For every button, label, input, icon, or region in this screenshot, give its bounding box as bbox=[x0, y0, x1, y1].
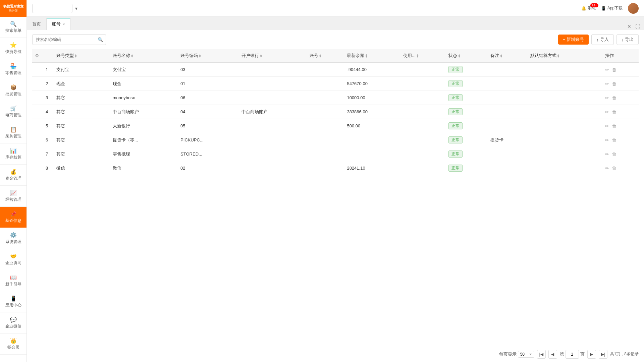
sidebar-item-app-center[interactable]: 📱应用中心 bbox=[0, 291, 26, 312]
edit-button[interactable]: ✏ bbox=[605, 137, 609, 143]
col-usage[interactable]: 使用...▲▼ bbox=[400, 49, 446, 62]
tab-accounts[interactable]: 账号 × bbox=[47, 18, 70, 30]
cell-remark bbox=[488, 147, 527, 161]
page-size-select[interactable]: 50 10 20 100 bbox=[518, 351, 534, 358]
sidebar-item-capital-mgmt[interactable]: 💰资金管理 bbox=[0, 165, 26, 186]
sidebar-item-purchase-mgmt[interactable]: 📋采购管理 bbox=[0, 122, 26, 143]
add-account-label: + 新增账号 bbox=[563, 37, 584, 43]
sidebar-item-retail-mgmt[interactable]: 🏪零售管理 bbox=[0, 59, 26, 80]
edit-button[interactable]: ✏ bbox=[605, 81, 609, 86]
dropdown-button[interactable]: ▾ bbox=[75, 6, 77, 11]
cell-index: 8 bbox=[43, 161, 54, 175]
sidebar-item-search-menu[interactable]: 🔍搜索菜单 bbox=[0, 17, 26, 38]
cell-account-code: STORED... bbox=[178, 147, 239, 161]
col-account-code[interactable]: 账号编码▲▼ bbox=[178, 49, 239, 62]
col-default-settlement[interactable]: 默认结算方式▲▼ bbox=[528, 49, 603, 62]
quick-nav-icon: ⭐ bbox=[1, 42, 25, 48]
sidebar-item-label: 搜索菜单 bbox=[1, 28, 25, 34]
cell-account-no bbox=[307, 77, 344, 91]
messages-button[interactable]: 🔔 消息 99+ bbox=[581, 5, 596, 11]
delete-button[interactable]: 🗑 bbox=[612, 109, 616, 115]
sidebar-item-enterprise-wechat[interactable]: 💬企业微信 bbox=[0, 312, 26, 334]
cell-status: 正常 bbox=[446, 77, 488, 91]
first-page-button[interactable]: |◀ bbox=[537, 350, 546, 359]
tab-bar: 首页 账号 × ✕ ⛶ bbox=[27, 17, 644, 30]
col-operations: 操作 bbox=[602, 49, 639, 62]
col-account-type[interactable]: 账号类型▲▼ bbox=[54, 49, 110, 62]
page-input[interactable] bbox=[566, 350, 579, 359]
cell-index: 5 bbox=[43, 119, 54, 133]
export-button[interactable]: ↓ 导出 bbox=[616, 34, 639, 45]
next-page-button[interactable]: ▶ bbox=[587, 350, 596, 359]
col-status[interactable]: 状态▲▼ bbox=[446, 49, 488, 62]
sidebar-item-beginner-guide[interactable]: 📖新手引导 bbox=[0, 270, 26, 291]
cell-usage bbox=[400, 62, 446, 77]
sidebar-item-label: 零售管理 bbox=[1, 70, 25, 76]
edit-button[interactable]: ✏ bbox=[605, 109, 609, 115]
export-icon: ↓ bbox=[622, 37, 624, 42]
cell-default-settlement bbox=[528, 133, 603, 147]
col-bank[interactable]: 开户银行▲▼ bbox=[239, 49, 307, 62]
sidebar-item-wholesale-mgmt[interactable]: 📦批发管理 bbox=[0, 80, 26, 101]
content-area: 🔍 + 新增账号 ↑ 导入 ↓ 导出 bbox=[27, 30, 644, 362]
app-center-icon: 📱 bbox=[1, 295, 25, 302]
maximize-tab-button[interactable]: ⛶ bbox=[634, 23, 641, 30]
col-account-no[interactable]: 账号▲▼ bbox=[307, 49, 344, 62]
edit-button[interactable]: ✏ bbox=[605, 152, 609, 157]
close-tab-button[interactable]: ✕ bbox=[626, 23, 633, 30]
sidebar-item-enterprise-agreement[interactable]: 🤝企业协同 bbox=[0, 249, 26, 270]
tab-accounts-close[interactable]: × bbox=[63, 22, 65, 26]
cell-latest-balance bbox=[344, 133, 400, 147]
pagination: 每页显示 50 10 20 100 |◀ ◀ 第 页 ▶ ▶| 共1页，8条记录 bbox=[27, 346, 644, 362]
cell-status: 正常 bbox=[446, 62, 488, 77]
cell-latest-balance: 547670.00 bbox=[344, 77, 400, 91]
delete-button[interactable]: 🗑 bbox=[612, 123, 616, 129]
edit-button[interactable]: ✏ bbox=[605, 67, 609, 72]
cell-default-settlement bbox=[528, 62, 603, 77]
delete-button[interactable]: 🗑 bbox=[612, 95, 616, 101]
cell-latest-balance: 28241.10 bbox=[344, 161, 400, 175]
col-latest-balance[interactable]: 最新余额▲▼ bbox=[344, 49, 400, 62]
add-account-button[interactable]: + 新增账号 bbox=[558, 35, 589, 45]
col-remark[interactable]: 备注▲▼ bbox=[488, 49, 527, 62]
sidebar-item-quick-nav[interactable]: ⭐快捷导航 bbox=[0, 38, 26, 59]
cell-usage bbox=[400, 119, 446, 133]
table-row: 8 微信 微信 02 28241.10 正常 ✏ 🗑 bbox=[32, 161, 639, 175]
sidebar-item-inventory[interactable]: 📊库存核算 bbox=[0, 143, 26, 165]
sidebar-item-operations-mgmt[interactable]: 📈经营管理 bbox=[0, 186, 26, 207]
table-row: 1 支付宝 支付宝 03 -90444.00 正常 ✏ 🗑 bbox=[32, 62, 639, 77]
edit-button[interactable]: ✏ bbox=[605, 123, 609, 129]
tab-home[interactable]: 首页 bbox=[27, 18, 47, 30]
cell-account-no bbox=[307, 119, 344, 133]
app-name: 畅捷通财生意 bbox=[3, 4, 23, 9]
sidebar-item-basic-info[interactable]: 📌基础信息 bbox=[0, 207, 26, 228]
delete-button[interactable]: 🗑 bbox=[612, 137, 616, 143]
top-search-input[interactable] bbox=[32, 4, 72, 13]
cell-settings bbox=[32, 161, 43, 175]
cell-account-code: 02 bbox=[178, 161, 239, 175]
user-avatar-wrap[interactable] bbox=[628, 3, 639, 14]
delete-button[interactable]: 🗑 bbox=[612, 166, 616, 171]
delete-button[interactable]: 🗑 bbox=[612, 152, 616, 157]
status-badge: 正常 bbox=[448, 80, 463, 87]
prev-page-button[interactable]: ◀ bbox=[548, 350, 557, 359]
enterprise-agreement-icon: 🤝 bbox=[1, 253, 25, 259]
search-input[interactable] bbox=[33, 37, 95, 42]
last-page-button[interactable]: ▶| bbox=[599, 350, 607, 359]
import-button[interactable]: ↑ 导入 bbox=[591, 34, 614, 45]
col-account-name[interactable]: 账号名称▲▼ bbox=[110, 49, 178, 62]
delete-button[interactable]: 🗑 bbox=[612, 81, 616, 86]
sidebar-item-label: 电商管理 bbox=[1, 112, 25, 118]
app-download-button[interactable]: 📱 App下载 bbox=[601, 5, 623, 11]
edit-button[interactable]: ✏ bbox=[605, 166, 609, 171]
settings-icon[interactable]: ⚙ bbox=[35, 53, 39, 58]
search-button[interactable]: 🔍 bbox=[95, 34, 106, 45]
delete-button[interactable]: 🗑 bbox=[612, 67, 616, 72]
sidebar-item-ecommerce-mgmt[interactable]: 🛒电商管理 bbox=[0, 101, 26, 122]
edit-button[interactable]: ✏ bbox=[605, 95, 609, 101]
header-left: ▾ bbox=[32, 4, 77, 13]
sidebar-item-member[interactable]: 👑畅会员 bbox=[0, 334, 26, 355]
sidebar: 畅捷通财生意 乐进版 🔍搜索菜单⭐快捷导航🏪零售管理📦批发管理🛒电商管理📋采购管… bbox=[0, 0, 27, 362]
search-wrap: 🔍 bbox=[32, 34, 106, 45]
sidebar-item-system-mgmt[interactable]: ⚙️系统管理 bbox=[0, 228, 26, 249]
